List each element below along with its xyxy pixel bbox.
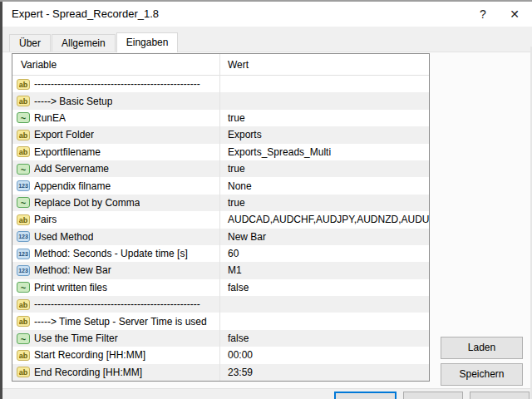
value-cell[interactable]: 00:00 — [219, 349, 429, 361]
value-cell[interactable]: AUDCAD,AUDCHF,AUDJPY,AUDNZD,AUDUS... — [219, 214, 429, 225]
variable-label: Replace Dot by Comma — [34, 197, 140, 209]
bool-param-icon: ~ — [17, 197, 30, 208]
variable-cell: 123 Appendix filname — [12, 180, 219, 192]
variable-label: ----------------------------------------… — [34, 298, 200, 310]
close-button[interactable]: ✕ — [499, 2, 530, 27]
table-header-row: Variable Wert — [12, 54, 429, 76]
variable-cell: ab Export Folder — [12, 129, 219, 140]
tab-ueber[interactable]: Über — [9, 34, 51, 52]
value-cell[interactable]: Exports — [219, 129, 429, 140]
variable-label: Export Folder — [34, 129, 94, 140]
variable-label: RunEA — [34, 112, 66, 124]
table-row[interactable]: 123 Used Method New Bar — [12, 229, 429, 245]
bool-param-icon: ~ — [17, 112, 30, 123]
table-row[interactable]: ab Pairs AUDCAD,AUDCHF,AUDJPY,AUDNZD,AUD… — [12, 211, 429, 228]
table-row[interactable]: ab -----> Basic Setup — [12, 92, 429, 109]
variable-label: Print written files — [34, 282, 107, 293]
variable-label: Pairs — [34, 214, 57, 225]
table-row[interactable]: ab Exportfilename Exports_Spreads_Multi — [12, 144, 429, 160]
variable-cell: ab -------------------------------------… — [12, 298, 219, 310]
value-cell[interactable]: Exports_Spreads_Multi — [219, 146, 429, 158]
window-title: Expert - Spread_Recorder_1.8 — [12, 2, 159, 27]
load-button[interactable]: Laden — [441, 337, 523, 359]
value-cell[interactable]: true — [219, 163, 429, 175]
table-row[interactable]: ~ Replace Dot by Comma true — [12, 195, 429, 211]
string-param-icon: ab — [17, 316, 30, 327]
bool-param-icon: ~ — [17, 333, 30, 344]
variable-cell: ab Start Recording [HH:MM] — [12, 349, 219, 361]
string-param-icon: ab — [17, 96, 30, 106]
close-icon: ✕ — [510, 7, 520, 21]
variable-label: Method: New Bar — [34, 264, 111, 276]
table-row[interactable]: ~ Add Servername true — [12, 160, 429, 177]
int-param-icon: 123 — [17, 249, 30, 259]
table-row[interactable]: ab End Recording [HH:MM] 23:59 — [12, 364, 429, 381]
variable-label: Start Recording [HH:MM] — [34, 349, 145, 361]
table-row[interactable]: ~ Use the Time Filter false — [12, 330, 429, 347]
variable-cell: ab -----> Basic Setup — [12, 96, 219, 107]
param-table-body: ab -------------------------------------… — [12, 76, 429, 381]
expert-properties-dialog: { "window": { "title": "Expert - Spread_… — [0, 0, 532, 399]
variable-cell: ab -------------------------------------… — [12, 78, 219, 90]
table-row[interactable]: ab Start Recording [HH:MM] 00:00 — [12, 347, 429, 363]
footer-button-2[interactable] — [403, 392, 463, 399]
value-cell[interactable]: 60 — [219, 248, 429, 259]
variable-cell: ~ Print written files — [12, 282, 219, 293]
variable-cell: ~ Replace Dot by Comma — [12, 197, 219, 209]
string-param-icon: ab — [17, 299, 30, 310]
string-param-icon: ab — [17, 350, 30, 361]
value-cell[interactable]: New Bar — [219, 231, 429, 243]
variable-cell: 123 Method: New Bar — [12, 264, 219, 276]
tab-eingaben[interactable]: Eingaben — [116, 32, 179, 52]
save-button[interactable]: Speichern — [441, 363, 523, 386]
variable-cell: ab End Recording [HH:MM] — [12, 367, 219, 378]
value-cell[interactable]: true — [219, 197, 429, 209]
variable-label: End Recording [HH:MM] — [34, 367, 142, 378]
value-cell[interactable]: 23:59 — [219, 367, 429, 378]
column-divider[interactable] — [219, 54, 220, 381]
tab-allgemein[interactable]: Allgemein — [52, 34, 116, 52]
variable-cell: ab -----> Time Setup - Server Time is us… — [12, 316, 219, 328]
footer-button-primary[interactable] — [334, 392, 397, 399]
footer-bar — [2, 388, 532, 399]
column-header-variable: Variable — [12, 59, 219, 71]
parameters-table: Variable Wert ab -----------------------… — [12, 53, 430, 382]
value-cell[interactable]: M1 — [219, 264, 429, 276]
table-row[interactable]: ab -------------------------------------… — [12, 76, 429, 92]
variable-label: Used Method — [34, 231, 93, 243]
string-param-icon: ab — [17, 146, 30, 157]
variable-label: ----------------------------------------… — [34, 78, 200, 90]
table-row[interactable]: 123 Method: New Bar M1 — [12, 262, 429, 278]
inputs-tab-page: Variable Wert ab -----------------------… — [2, 52, 532, 399]
tabs-container: Über Allgemein Eingaben — [9, 32, 179, 52]
int-param-icon: 123 — [17, 265, 30, 276]
variable-cell: ~ RunEA — [12, 112, 219, 124]
string-param-icon: ab — [17, 214, 30, 225]
value-cell[interactable]: true — [219, 112, 429, 124]
int-param-icon: 123 — [17, 180, 30, 191]
variable-label: -----> Basic Setup — [34, 96, 112, 107]
string-param-icon: ab — [17, 79, 30, 90]
value-cell[interactable]: None — [219, 180, 429, 192]
window-top-border — [0, 0, 532, 2]
value-cell[interactable]: false — [219, 332, 429, 344]
table-row[interactable]: ~ Print written files false — [12, 279, 429, 296]
bool-param-icon: ~ — [17, 282, 30, 293]
table-row[interactable]: ~ RunEA true — [12, 110, 429, 126]
string-param-icon: ab — [17, 130, 30, 140]
variable-cell: 123 Method: Seconds - Update time [s] — [12, 248, 219, 259]
help-button[interactable]: ? — [467, 2, 499, 27]
table-row[interactable]: ab -------------------------------------… — [12, 296, 429, 313]
variable-label: Use the Time Filter — [34, 332, 118, 344]
variable-label: Add Servername — [34, 163, 109, 175]
footer-button-3[interactable] — [470, 392, 530, 399]
string-param-icon: ab — [17, 367, 30, 377]
table-row[interactable]: ab -----> Time Setup - Server Time is us… — [12, 313, 429, 329]
value-cell[interactable]: false — [219, 282, 429, 293]
variable-cell: ab Exportfilename — [12, 146, 219, 158]
table-row[interactable]: 123 Appendix filname None — [12, 177, 429, 194]
variable-cell: 123 Used Method — [12, 231, 219, 243]
table-row[interactable]: ab Export Folder Exports — [12, 126, 429, 143]
table-row[interactable]: 123 Method: Seconds - Update time [s] 60 — [12, 245, 429, 262]
tab-strip: Über Allgemein Eingaben — [2, 27, 532, 52]
